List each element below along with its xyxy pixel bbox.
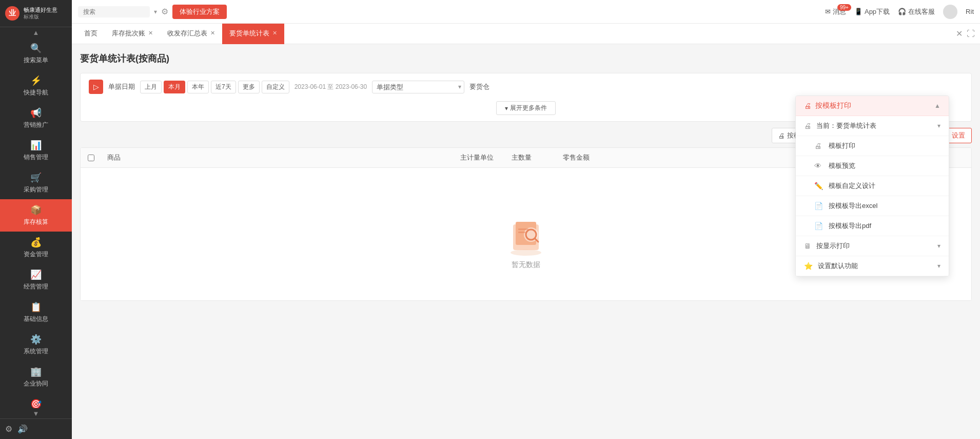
dropdown-current-item[interactable]: 🖨 当前：要货单统计表 ▾ xyxy=(796,116,949,136)
phone-icon: 📱 xyxy=(854,8,863,15)
sidebar-item-search[interactable]: 🔍 搜索菜单 xyxy=(0,37,72,70)
app-download-button[interactable]: 📱 App下载 xyxy=(854,7,890,16)
tab-order-stat-close[interactable]: ✕ xyxy=(272,30,277,36)
guide-icon: 🎯 xyxy=(30,398,42,408)
dropdown-export-excel[interactable]: 📄 按模板导出excel xyxy=(796,196,949,216)
tab-batch-label: 库存批次账 xyxy=(112,29,145,38)
scroll-up-arrow[interactable]: ▲ xyxy=(0,27,72,37)
tab-close-all-icon[interactable]: ✕ xyxy=(956,29,963,39)
expand-icon: ▾ xyxy=(505,105,508,112)
footer-settings-icon[interactable]: ⚙ xyxy=(5,424,12,434)
tab-batch-close[interactable]: ✕ xyxy=(148,30,153,36)
topbar-gear-icon[interactable]: ⚙ xyxy=(161,7,168,16)
sidebar-item-system[interactable]: ⚙️ 系统管理 xyxy=(0,329,72,361)
expand-more-button[interactable]: ▾ 展开更多条件 xyxy=(496,101,556,115)
dropdown-default-func[interactable]: ⭐ 设置默认功能 ▾ xyxy=(796,256,949,276)
date-last7-button[interactable]: 近7天 xyxy=(211,81,236,93)
svg-rect-6 xyxy=(518,228,528,230)
dropdown-current-left: 🖨 当前：要货单统计表 xyxy=(804,121,876,130)
sidebar-item-basic[interactable]: 📋 基础信息 xyxy=(0,296,72,329)
sales-icon: 📊 xyxy=(30,140,42,151)
filter-expand-button[interactable]: ▷ xyxy=(89,80,103,94)
dropdown-current-label: 当前：要货单统计表 xyxy=(816,121,876,130)
type-select[interactable]: 单据类型 xyxy=(372,81,464,93)
dropdown-collapse-icon[interactable]: ▲ xyxy=(934,102,940,109)
message-button[interactable]: ✉ 消息 99+ xyxy=(825,7,846,16)
template-design-label: 模板自定义设计 xyxy=(829,181,875,190)
display-print-label: 按显示打印 xyxy=(816,241,850,251)
enterprise-icon: 🏢 xyxy=(30,366,42,377)
print-header-icon: 🖨 xyxy=(804,102,811,110)
date-this-month-button[interactable]: 本月 xyxy=(164,81,185,93)
industry-solution-button[interactable]: 体验行业方案 xyxy=(172,5,227,19)
sidebar-item-guide[interactable]: 🎯 新手引导 xyxy=(0,393,72,408)
select-all-checkbox[interactable] xyxy=(88,155,94,161)
default-func-icon: ⭐ xyxy=(804,262,813,270)
dropdown-title: 按模板打印 xyxy=(815,101,851,110)
scroll-down-arrow[interactable]: ▼ xyxy=(0,408,72,418)
sidebar-item-operation[interactable]: 📈 经营管理 xyxy=(0,264,72,296)
extra-filter-label: 要货仓 xyxy=(469,82,489,91)
sidebar-footer: ⚙ 🔊 xyxy=(0,418,72,439)
sidebar-label-inventory: 库存核算 xyxy=(24,218,48,226)
tab-home[interactable]: 首页 xyxy=(77,24,105,44)
dropdown-header: 🖨 按模板打印 ▲ xyxy=(796,96,949,116)
template-preview-icon: 👁 xyxy=(814,162,824,170)
app-logo: 业 畅康通好生意 标准版 xyxy=(0,0,72,27)
tab-batch[interactable]: 库存批次账 ✕ xyxy=(105,24,160,44)
sidebar-item-inventory[interactable]: 📦 库存核算 xyxy=(0,199,72,232)
main-content: ▾ ⚙ 体验行业方案 ✉ 消息 99+ 📱 App下载 🎧 在线客服 Rit 首… xyxy=(72,0,980,439)
empty-text: 暂无数据 xyxy=(512,260,540,270)
sidebar-item-marketing[interactable]: 📢 营销推广 xyxy=(0,102,72,135)
sidebar-label-purchase: 采购管理 xyxy=(24,185,48,194)
sidebar-item-purchase[interactable]: 🛒 采购管理 xyxy=(0,167,72,199)
tab-order-stat[interactable]: 要货单统计表 ✕ xyxy=(222,24,284,44)
footer-sound-icon[interactable]: 🔊 xyxy=(17,424,28,434)
topbar-search-input[interactable] xyxy=(78,6,150,17)
sidebar-label-basic: 基础信息 xyxy=(24,315,48,323)
sidebar-label-search: 搜索菜单 xyxy=(24,56,48,65)
sidebar-label-enterprise: 企业协同 xyxy=(24,379,48,388)
sidebar-label-finance: 资金管理 xyxy=(24,250,48,259)
current-expand-arrow: ▾ xyxy=(937,122,940,129)
dropdown-template-preview[interactable]: 👁 模板预览 xyxy=(796,156,949,176)
sidebar-item-finance[interactable]: 💰 资金管理 xyxy=(0,232,72,264)
date-filter-label: 单据日期 xyxy=(108,82,135,91)
shortcut-icon: ⚡ xyxy=(30,75,42,86)
template-print-label: 模板打印 xyxy=(829,141,855,150)
tab-collection-close[interactable]: ✕ xyxy=(210,30,215,36)
dropdown-export-pdf[interactable]: 📄 按模板导出pdf xyxy=(796,216,949,236)
tab-order-stat-label: 要货单统计表 xyxy=(229,29,269,38)
date-custom-button[interactable]: 自定义 xyxy=(262,81,289,93)
empty-illustration xyxy=(500,209,552,260)
user-avatar[interactable] xyxy=(943,5,957,19)
tabbar: 首页 库存批次账 ✕ 收发存汇总表 ✕ 要货单统计表 ✕ ✕ ⛶ xyxy=(72,24,980,44)
topbar-right: ✉ 消息 99+ 📱 App下载 🎧 在线客服 Rit xyxy=(825,5,974,19)
tab-home-label: 首页 xyxy=(84,29,97,38)
printer-icon: 🖨 xyxy=(778,132,785,140)
default-func-arrow: ▾ xyxy=(937,262,940,270)
marketing-icon: 📢 xyxy=(30,107,42,119)
date-last-month-button[interactable]: 上月 xyxy=(140,81,162,93)
dropdown-template-print[interactable]: 🖨 模板打印 xyxy=(796,136,949,156)
date-this-year-button[interactable]: 本年 xyxy=(187,81,209,93)
page-title: 要货单统计表(按商品) xyxy=(80,52,972,65)
display-print-arrow: ▾ xyxy=(937,242,940,250)
template-preview-label: 模板预览 xyxy=(829,161,855,170)
app-download-label: App下载 xyxy=(865,7,890,16)
sidebar-item-enterprise[interactable]: 🏢 企业协同 xyxy=(0,361,72,393)
dropdown-display-print[interactable]: 🖥 按显示打印 ▾ xyxy=(796,236,949,256)
svg-rect-7 xyxy=(518,232,525,233)
tab-expand-icon[interactable]: ⛶ xyxy=(967,29,975,39)
sidebar-item-shortcut[interactable]: ⚡ 快捷导航 xyxy=(0,70,72,102)
online-service-button[interactable]: 🎧 在线客服 xyxy=(898,7,935,16)
date-more-button[interactable]: 更多 xyxy=(238,81,260,93)
print-dropdown-menu: 🖨 按模板打印 ▲ 🖨 当前：要货单统计表 ▾ 🖨 模板打印 👁 模板预览 xyxy=(795,96,949,277)
topbar-dropdown-arrow[interactable]: ▾ xyxy=(154,8,157,15)
tab-collection[interactable]: 收发存汇总表 ✕ xyxy=(160,24,222,44)
inventory-icon: 📦 xyxy=(30,204,42,216)
sidebar-item-sales[interactable]: 📊 销售管理 xyxy=(0,135,72,167)
display-print-icon: 🖥 xyxy=(804,242,811,250)
dropdown-template-design[interactable]: ✏️ 模板自定义设计 xyxy=(796,176,949,196)
export-pdf-label: 按模板导出pdf xyxy=(829,221,871,231)
